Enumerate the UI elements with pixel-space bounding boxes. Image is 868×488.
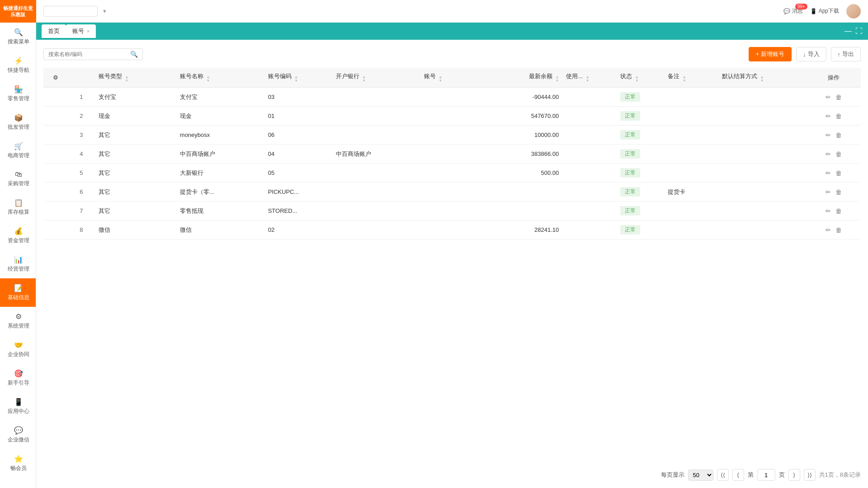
- row-bank-5: [332, 183, 420, 202]
- row-num-6: 7: [68, 202, 95, 221]
- sidebar-item-vip-member[interactable]: ⭐畅会员: [0, 449, 36, 478]
- delete-button-2[interactable]: 🗑: [835, 131, 842, 139]
- row-type-0: 支付宝: [95, 88, 176, 107]
- row-use-0: [562, 88, 617, 107]
- tab-home[interactable]: 首页: [42, 24, 66, 38]
- tab-close-account[interactable]: ×: [87, 28, 90, 34]
- sidebar-item-basic-info[interactable]: 📝基础信息: [0, 278, 36, 307]
- page-prev-button[interactable]: ⟨: [732, 469, 744, 481]
- tab-minimize-button[interactable]: —: [844, 27, 852, 35]
- import-button[interactable]: ↓ 导入: [796, 47, 826, 61]
- sort-icon-note[interactable]: ▲▼: [683, 75, 686, 83]
- search-menu-icon: 🔍: [14, 28, 23, 37]
- edit-button-2[interactable]: ✏: [826, 131, 831, 139]
- row-settings-5: [43, 183, 68, 202]
- edit-button-4[interactable]: ✏: [826, 169, 831, 177]
- col-header-settings[interactable]: ⚙: [43, 68, 68, 88]
- page-first-button[interactable]: ⟨⟨: [717, 469, 729, 481]
- per-page-select[interactable]: 50 20 100: [688, 469, 713, 481]
- topbar-search-input[interactable]: [43, 6, 98, 17]
- sidebar-item-inventory[interactable]: 📋库存核算: [0, 193, 36, 221]
- col-header-default[interactable]: 默认结算方式 ▲▼: [718, 68, 807, 88]
- row-use-3: [562, 145, 617, 164]
- accounts-table-wrap: ⚙ 账号类型 ▲▼ 账号名称 ▲▼ 账号编码 ▲▼: [43, 68, 861, 463]
- row-account-4: [420, 164, 488, 183]
- sidebar-item-search-menu[interactable]: 🔍搜索菜单: [0, 23, 36, 51]
- delete-button-7[interactable]: 🗑: [835, 226, 842, 234]
- row-balance-0: -90444.00: [488, 88, 562, 107]
- col-header-note[interactable]: 备注 ▲▼: [664, 68, 718, 88]
- col-header-balance[interactable]: 最新余额 ▲▼: [488, 68, 562, 88]
- sidebar-label-search-menu: 搜索菜单: [8, 38, 29, 46]
- sidebar-item-enterprise-wechat[interactable]: 💬企业微信: [0, 421, 36, 449]
- wholesale-mgmt-icon: 📦: [14, 113, 23, 122]
- edit-button-7[interactable]: ✏: [826, 226, 831, 234]
- row-code-7: 02: [264, 221, 332, 239]
- sidebar-item-ecommerce-mgmt[interactable]: 🛒电商管理: [0, 136, 36, 165]
- table-header: ⚙ 账号类型 ▲▼ 账号名称 ▲▼ 账号编码 ▲▼: [43, 68, 861, 88]
- topbar-dropdown-arrow[interactable]: ▾: [103, 8, 106, 14]
- sort-icon-account[interactable]: ▲▼: [439, 75, 442, 83]
- col-account-label: 账号: [424, 73, 436, 80]
- sidebar-item-beginner-guide[interactable]: 🎯新手引导: [0, 364, 36, 392]
- page-next-button[interactable]: ⟩: [788, 469, 800, 481]
- search-box: 🔍: [43, 48, 143, 60]
- export-button[interactable]: ↑ 导出: [831, 47, 861, 61]
- sort-icon-name[interactable]: ▲▼: [206, 75, 210, 83]
- delete-button-3[interactable]: 🗑: [835, 150, 842, 158]
- row-bank-3: 中百商场账户: [332, 145, 420, 164]
- status-badge-0: 正常: [620, 92, 640, 102]
- edit-button-6[interactable]: ✏: [826, 207, 831, 215]
- col-header-code[interactable]: 账号编码 ▲▼: [264, 68, 332, 88]
- sort-icon-status[interactable]: ▲▼: [635, 75, 639, 83]
- search-icon[interactable]: 🔍: [130, 51, 138, 58]
- sort-icon-default[interactable]: ▲▼: [760, 75, 764, 83]
- col-header-account[interactable]: 账号 ▲▼: [420, 68, 488, 88]
- sort-icon-balance[interactable]: ▲▼: [555, 75, 559, 83]
- app-download-label: App下载: [819, 7, 839, 15]
- edit-button-3[interactable]: ✏: [826, 150, 831, 158]
- delete-button-4[interactable]: 🗑: [835, 169, 842, 177]
- edit-button-5[interactable]: ✏: [826, 188, 831, 196]
- row-code-2: 06: [264, 126, 332, 145]
- sidebar-item-operations-mgmt[interactable]: 📊经营管理: [0, 250, 36, 278]
- search-input[interactable]: [48, 51, 130, 57]
- sidebar-item-wholesale-mgmt[interactable]: 📦批发管理: [0, 108, 36, 136]
- row-type-4: 其它: [95, 164, 176, 183]
- sidebar-item-purchase-mgmt[interactable]: 🛍采购管理: [0, 165, 36, 193]
- edit-button-0[interactable]: ✏: [826, 94, 831, 101]
- add-account-button[interactable]: + 新增账号: [749, 47, 792, 61]
- user-avatar[interactable]: [846, 4, 861, 19]
- sidebar-item-enterprise-agreement[interactable]: 🤝企业协同: [0, 335, 36, 364]
- row-note-3: [664, 145, 718, 164]
- sort-icon-type[interactable]: ▲▼: [125, 75, 129, 83]
- delete-button-5[interactable]: 🗑: [835, 188, 842, 196]
- row-code-3: 04: [264, 145, 332, 164]
- row-settings-1: [43, 107, 68, 126]
- sort-icon-use[interactable]: ▲▼: [586, 75, 590, 83]
- sidebar-item-quick-nav[interactable]: ⚡快捷导航: [0, 51, 36, 80]
- sidebar-item-retail-mgmt[interactable]: 🏪零售管理: [0, 80, 36, 108]
- delete-button-0[interactable]: 🗑: [835, 94, 842, 101]
- message-button[interactable]: 💬 消息 99+: [783, 7, 803, 15]
- page-suffix: 页: [779, 471, 785, 479]
- table-row: 1 支付宝 支付宝 03 -90444.00 正常 ✏ 🗑: [43, 88, 861, 107]
- tab-account[interactable]: 账号×: [66, 24, 96, 38]
- app-download-button[interactable]: 📱 App下载: [810, 7, 839, 15]
- tab-maximize-button[interactable]: ⛶: [855, 27, 863, 35]
- page-last-button[interactable]: ⟩⟩: [804, 469, 816, 481]
- delete-button-6[interactable]: 🗑: [835, 207, 842, 215]
- delete-button-1[interactable]: 🗑: [835, 113, 842, 120]
- sidebar-item-finance-mgmt[interactable]: 💰资金管理: [0, 221, 36, 250]
- page-input[interactable]: [757, 469, 775, 481]
- sort-icon-bank[interactable]: ▲▼: [362, 75, 366, 83]
- sidebar-item-app-center[interactable]: 📱应用中心: [0, 392, 36, 421]
- col-header-type[interactable]: 账号类型 ▲▼: [95, 68, 176, 88]
- col-header-status[interactable]: 状态 ▲▼: [617, 68, 664, 88]
- col-header-use[interactable]: 使用... ▲▼: [562, 68, 617, 88]
- sort-icon-code[interactable]: ▲▼: [294, 75, 298, 83]
- col-header-name[interactable]: 账号名称 ▲▼: [176, 68, 264, 88]
- col-header-bank[interactable]: 开户银行 ▲▼: [332, 68, 420, 88]
- edit-button-1[interactable]: ✏: [826, 113, 831, 120]
- sidebar-item-system-mgmt[interactable]: ⚙系统管理: [0, 307, 36, 335]
